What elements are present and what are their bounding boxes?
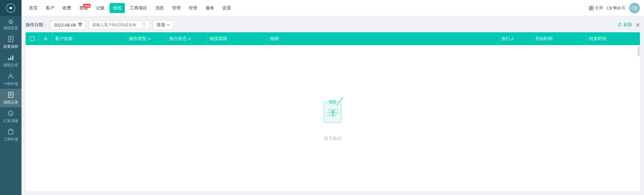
fullscreen-label: 全屏 [595, 5, 603, 11]
personal-tax-icon [7, 73, 14, 81]
nav-item-messages[interactable]: 消息 [152, 3, 167, 13]
toolbar: 操作日期： 2023-06-06 📅 筛选 刷新 ✕ [26, 20, 640, 30]
empty-text: 暂无数据 [324, 135, 342, 142]
svg-point-24 [45, 38, 46, 39]
th-checkbox[interactable] [26, 32, 39, 45]
sidebar-item-annual-report[interactable]: 工商年报 [0, 126, 22, 144]
tax-records-icon [7, 91, 14, 99]
nav-item-services[interactable]: 服务 [202, 3, 218, 13]
sidebar-item-settlement[interactable]: ¥ 汇算清缴 [0, 107, 22, 126]
member-button[interactable]: 畅会员 [607, 5, 625, 11]
scroll-indicator[interactable] [637, 45, 640, 191]
empty-state: 暂无数据 [314, 94, 351, 142]
svg-point-32 [332, 115, 333, 116]
table-body: 暂无数据 [26, 45, 640, 191]
th-client-name: 客户名称 [52, 32, 126, 45]
svg-point-22 [142, 23, 145, 26]
settlement-icon: ¥ [7, 110, 14, 118]
topnav: 首页 客户 收费 票据 new 记账 报税 工商项目 消息 管理 经营 服务 设… [22, 0, 644, 16]
svg-point-1 [10, 7, 12, 9]
nav-item-billing[interactable]: 收费 [59, 3, 75, 13]
nav-item-home[interactable]: 首页 [26, 3, 41, 13]
th-end-time: 结束时间 [586, 32, 640, 45]
sidebar-item-annual-report-label: 工商年报 [3, 137, 18, 142]
fullscreen-button[interactable]: 全屏 [589, 5, 603, 11]
refresh-icon [617, 23, 622, 27]
topnav-right: 全屏 畅会员 CE [589, 3, 640, 13]
sidebar-item-batch-tax[interactable]: 批量报税 [0, 33, 22, 51]
svg-rect-19 [589, 8, 591, 10]
sidebar-item-personal-tax-label: 个税申报 [3, 82, 18, 86]
th-settings[interactable] [39, 32, 52, 45]
close-button[interactable]: ✕ [636, 22, 640, 28]
annual-report-icon [7, 128, 14, 136]
svg-point-35 [343, 118, 345, 119]
svg-rect-8 [12, 55, 13, 60]
svg-text:¥: ¥ [9, 112, 12, 115]
video-icon [607, 6, 612, 10]
member-label: 畅会员 [613, 5, 625, 11]
chevron-down-icon [167, 23, 170, 27]
sidebar-logo [0, 0, 22, 16]
empty-illustration [314, 94, 351, 131]
svg-rect-18 [592, 6, 593, 8]
logo-icon [6, 3, 15, 13]
sidebar-item-tax-records-label: 报税记录 [3, 100, 18, 105]
filter-label: 筛选 [157, 22, 165, 28]
sidebar: ⚙ 报税设置 批量报税 报税总览 个税申报 报税记录 ¥ 汇算清缴 工 [0, 0, 22, 195]
sort-icon-status: ⇅ [188, 37, 191, 41]
nav-item-settings[interactable]: 设置 [219, 3, 234, 13]
th-error-reason: 错误原因 [207, 32, 267, 45]
sidebar-item-settlement-label: 汇算清缴 [3, 119, 18, 123]
nav-item-admin[interactable]: 管理 [169, 3, 184, 13]
svg-rect-26 [329, 100, 337, 104]
nav-item-operations[interactable]: 经营 [185, 3, 201, 13]
avatar[interactable]: CE [629, 3, 640, 13]
svg-point-34 [321, 117, 323, 119]
svg-rect-21 [607, 7, 610, 9]
date-picker[interactable]: 2023-06-06 📅 [51, 21, 86, 29]
th-operation-type[interactable]: 操作类型 ⇅ [126, 32, 167, 45]
date-label: 操作日期： [26, 22, 47, 28]
th-executor: 执行人 [499, 32, 532, 45]
svg-rect-7 [10, 57, 11, 60]
sidebar-item-tax-summary-label: 报税总览 [3, 63, 18, 67]
sidebar-item-personal-tax[interactable]: 个税申报 [0, 70, 22, 89]
th-start-time: 开始时间 [532, 32, 586, 45]
date-value: 2023-06-06 [54, 23, 76, 28]
nav-item-business[interactable]: 工商项目 [126, 3, 151, 13]
svg-rect-16 [8, 130, 13, 134]
search-box [89, 21, 149, 29]
scroll-thumb[interactable] [638, 46, 640, 56]
topnav-items: 首页 客户 收费 票据 new 记账 报税 工商项目 消息 管理 经营 服务 设… [26, 3, 589, 13]
table-header: 客户名称 操作类型 ⇅ 执行状态 ⇅ 错误原因 税种 执行人 [26, 32, 640, 45]
batch-tax-icon [7, 36, 14, 43]
sidebar-item-batch-tax-label: 批量报税 [3, 44, 18, 49]
refresh-label: 刷新 [624, 22, 632, 28]
table-container: 客户名称 操作类型 ⇅ 执行状态 ⇅ 错误原因 税种 执行人 [26, 32, 640, 191]
refresh-button[interactable]: 刷新 [617, 22, 632, 28]
sidebar-item-tax-summary[interactable]: 报税总览 [0, 51, 22, 70]
header-checkbox[interactable] [30, 36, 35, 41]
column-settings-icon [43, 36, 48, 41]
sidebar-item-tax-records[interactable]: 报税记录 [0, 89, 22, 107]
tax-settings-icon: ⚙ [8, 19, 13, 25]
sort-icon-operation: ⇅ [148, 37, 151, 41]
search-input[interactable] [92, 23, 141, 27]
svg-rect-17 [589, 6, 591, 8]
nav-item-invoices[interactable]: 票据 new [76, 3, 91, 13]
new-badge: new [83, 4, 91, 8]
svg-line-23 [145, 26, 146, 27]
filter-button[interactable]: 筛选 [153, 20, 174, 30]
svg-rect-20 [592, 8, 593, 10]
sidebar-item-tax-settings[interactable]: ⚙ 报税设置 [0, 16, 22, 33]
svg-rect-6 [8, 58, 9, 60]
sidebar-item-tax-settings-label: 报税设置 [3, 26, 18, 30]
fullscreen-icon [589, 6, 594, 10]
th-exec-status[interactable]: 执行状态 ⇅ [167, 32, 207, 45]
nav-item-tax[interactable]: 报税 [110, 3, 125, 13]
nav-item-clients[interactable]: 客户 [42, 3, 58, 13]
nav-item-bookkeeping[interactable]: 记账 [93, 3, 108, 13]
search-icon [142, 23, 146, 27]
th-tax-type: 税种 [267, 32, 499, 45]
